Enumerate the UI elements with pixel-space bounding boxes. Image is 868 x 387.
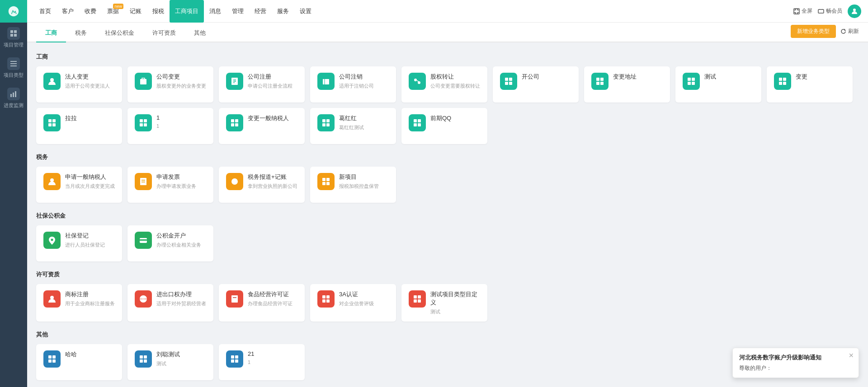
card-company-register[interactable]: 公司注册 申请公司注册全流程 bbox=[219, 66, 305, 103]
card-new-project[interactable]: 新项目 报税加税控盘保管 bbox=[310, 167, 396, 203]
svg-rect-47 bbox=[231, 119, 234, 122]
svg-rect-86 bbox=[52, 355, 56, 359]
card-test[interactable]: 测试 bbox=[675, 66, 761, 103]
sidebar-item-project-type[interactable]: 项目类型 bbox=[0, 53, 27, 83]
card-fund-account[interactable]: 公积金开户 办理公积金相关业务 bbox=[127, 225, 213, 261]
svg-rect-38 bbox=[783, 82, 786, 85]
card-apply-invoice[interactable]: 申请发票 办理申请发票业务 bbox=[127, 167, 213, 203]
sidebar-item-progress[interactable]: 进度监测 bbox=[0, 83, 27, 113]
nav-service[interactable]: 服务 bbox=[272, 0, 294, 23]
card-social-register[interactable]: 社保登记 进行人员社保登记 bbox=[36, 225, 122, 261]
svg-rect-90 bbox=[144, 355, 147, 359]
svg-rect-5 bbox=[10, 63, 17, 64]
card-trademark[interactable]: 商标注册 用于企业商标注册服务 bbox=[36, 284, 122, 322]
card-title-legal-change: 法人变更 bbox=[65, 73, 115, 81]
svg-rect-1 bbox=[14, 30, 17, 33]
card-icon-company-cancel bbox=[317, 73, 335, 90]
refresh-button[interactable]: 刷新 bbox=[840, 28, 859, 35]
tab-tax[interactable]: 税务 bbox=[66, 24, 96, 42]
card-qiqi-qq[interactable]: 前期QQ bbox=[401, 108, 487, 144]
card-3a-cert[interactable]: 3A认证 对企业信誉评级 bbox=[310, 284, 396, 322]
card-change-address[interactable]: 变更地址 bbox=[584, 66, 670, 103]
nav-settings[interactable]: 设置 bbox=[294, 0, 317, 23]
card-icon-social-register bbox=[43, 232, 61, 249]
card-tax-report-accounting[interactable]: ¥ 税务报道+记账 拿到营业执照的新公司 bbox=[219, 167, 305, 203]
card-icon-change-tax bbox=[226, 114, 243, 131]
card-lala[interactable]: 拉拉 bbox=[36, 108, 122, 144]
svg-rect-79 bbox=[322, 299, 326, 303]
svg-rect-92 bbox=[144, 359, 147, 363]
card-equity-transfer[interactable]: 股权转让 公司变更需要股权转让 bbox=[401, 66, 487, 103]
svg-rect-75 bbox=[231, 295, 238, 303]
section-title-other: 其他 bbox=[36, 331, 859, 339]
card-gehonghong[interactable]: 葛红红 葛红红测试 bbox=[310, 108, 396, 144]
svg-rect-45 bbox=[140, 123, 143, 126]
svg-rect-10 bbox=[794, 9, 799, 14]
svg-rect-0 bbox=[10, 30, 13, 33]
svg-rect-32 bbox=[692, 78, 695, 81]
member-btn[interactable]: 畅会员 bbox=[818, 7, 842, 15]
svg-rect-46 bbox=[144, 123, 147, 126]
card-apply-general-tax[interactable]: 申请一般纳税人 当月或次月成变更完成 bbox=[36, 167, 122, 203]
svg-rect-89 bbox=[140, 355, 143, 359]
sidebar-item-project-manage[interactable]: 项目管理 bbox=[0, 23, 27, 53]
sidebar-item-progress-label: 进度监测 bbox=[4, 102, 24, 109]
fullscreen-btn[interactable]: 全屏 bbox=[793, 7, 812, 15]
tab-industry[interactable]: 工商 bbox=[36, 24, 66, 42]
card-icon-import-export bbox=[135, 290, 152, 308]
card-test-type-def[interactable]: 测试项目类型目定义 测试 bbox=[401, 284, 487, 322]
nav-message[interactable]: 消息 bbox=[204, 0, 226, 23]
notification-body: 尊敬的用户： bbox=[739, 364, 852, 372]
nav-home[interactable]: 首页 bbox=[34, 0, 57, 23]
card-open-company[interactable]: 开公司 bbox=[493, 66, 579, 103]
card-import-export[interactable]: 进出口权办理 适用于对外贸易经营者 bbox=[127, 284, 213, 322]
tab-license[interactable]: 许可资质 bbox=[143, 24, 185, 42]
nav-customer[interactable]: 客户 bbox=[57, 0, 79, 23]
content-body: 工商 税务 社保公积金 许可资质 其他 新增业务类型 刷新 工商 bbox=[27, 23, 868, 387]
nav-invoice[interactable]: 票据 new bbox=[102, 0, 124, 23]
card-change[interactable]: 变更 bbox=[767, 66, 853, 103]
tab-other[interactable]: 其他 bbox=[185, 24, 215, 42]
card-company-change[interactable]: 公司变更 股权变更外的业务变更 bbox=[127, 66, 213, 103]
card-company-cancel[interactable]: 公司注销 适用于注销公司 bbox=[310, 66, 396, 103]
svg-rect-2 bbox=[10, 34, 13, 37]
main-scroll: 工商 法人变更 适用于公司变更法人 bbox=[27, 42, 868, 387]
card-icon-gehonghong bbox=[317, 114, 335, 131]
svg-rect-23 bbox=[505, 78, 508, 81]
svg-rect-39 bbox=[48, 119, 52, 122]
svg-point-59 bbox=[50, 178, 54, 182]
svg-rect-27 bbox=[596, 78, 599, 81]
card-change-tax[interactable]: 变更一般纳税人 bbox=[219, 108, 305, 144]
card-food-license[interactable]: 食品经营许可证 办理食品经营许可证 bbox=[219, 284, 305, 322]
svg-rect-81 bbox=[414, 295, 417, 298]
tab-social[interactable]: 社保公积金 bbox=[96, 24, 143, 42]
svg-rect-60 bbox=[140, 178, 146, 185]
add-type-button[interactable]: 新增业务类型 bbox=[791, 25, 836, 38]
avatar[interactable] bbox=[848, 5, 861, 18]
card-legal-change[interactable]: 法人变更 适用于公司变更法人 bbox=[36, 66, 122, 103]
nav-industry[interactable]: 工商项目 bbox=[170, 0, 204, 23]
grid-icon bbox=[7, 27, 20, 40]
nav-accounting[interactable]: 记账 bbox=[124, 0, 147, 23]
card-icon-3a-cert bbox=[317, 290, 335, 308]
nav-collection[interactable]: 收费 bbox=[79, 0, 102, 23]
svg-rect-57 bbox=[414, 123, 417, 126]
svg-rect-91 bbox=[140, 359, 143, 363]
card-haha[interactable]: 哈哈 bbox=[36, 344, 122, 380]
section-title-social: 社保公积金 bbox=[36, 212, 859, 220]
svg-rect-8 bbox=[13, 93, 14, 97]
nav-manage[interactable]: 管理 bbox=[226, 0, 249, 23]
license-cards: 商标注册 用于企业商标注册服务 进出口权办理 适用于对外贸易经营者 bbox=[36, 284, 859, 322]
sidebar-logo[interactable] bbox=[0, 0, 27, 23]
card-liucong-test[interactable]: 刘聪测试 测试 bbox=[127, 344, 213, 380]
nav-operation[interactable]: 经营 bbox=[249, 0, 272, 23]
notification-close-button[interactable]: ✕ bbox=[849, 352, 854, 359]
svg-rect-66 bbox=[326, 178, 330, 181]
card-icon-qiqi-qq bbox=[409, 114, 426, 131]
card-1[interactable]: 1 1 bbox=[127, 108, 213, 144]
card-21[interactable]: 21 1 bbox=[219, 344, 305, 380]
badge-new: new bbox=[113, 4, 123, 9]
section-title-license: 许可资质 bbox=[36, 270, 859, 279]
nav-tax[interactable]: 报税 bbox=[147, 0, 170, 23]
svg-rect-44 bbox=[144, 119, 147, 122]
